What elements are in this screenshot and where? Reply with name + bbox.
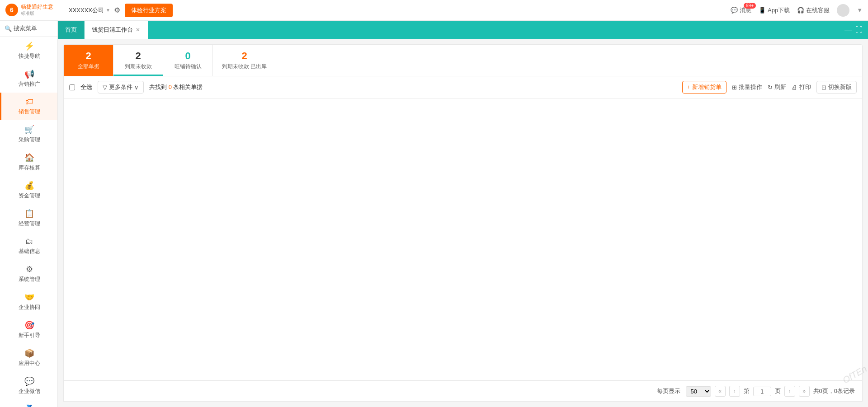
online-service-item[interactable]: 🎧 在线客服 xyxy=(797,6,830,14)
refresh-icon: ↻ xyxy=(768,84,773,91)
select-all-checkbox[interactable] xyxy=(69,84,75,90)
per-page-select[interactable]: 50 100 200 xyxy=(686,386,711,397)
page-number-input[interactable] xyxy=(753,387,771,396)
found-suffix: 条相关单据 xyxy=(173,84,203,90)
prev-page-button[interactable]: ‹ xyxy=(729,386,740,397)
top-header: 6 畅捷通好生意 标准版 XXXXXX公司 ▼ ⚙ 体验行业方案 💬 消息 99… xyxy=(0,0,868,21)
sidebar-item-wechat[interactable]: 💬 企业微信 xyxy=(0,372,57,400)
batch-button[interactable]: ⊞ 批量操作 xyxy=(732,83,762,91)
sidebar-label-wechat: 企业微信 xyxy=(19,388,40,395)
enterprise-icon: 🤝 xyxy=(24,292,34,302)
trial-button[interactable]: 体验行业方案 xyxy=(125,4,173,17)
marketing-icon: 📢 xyxy=(24,69,34,79)
sidebar-label-quick-nav: 快捷导航 xyxy=(19,52,40,60)
avatar[interactable] xyxy=(837,4,849,17)
sidebar-label-app-center: 应用中心 xyxy=(19,360,40,367)
sidebar-item-basic-info[interactable]: 🗂 基础信息 xyxy=(0,232,57,260)
company-dropdown-arrow: ▼ xyxy=(106,8,110,13)
tab-maximize-icon[interactable]: ⛶ xyxy=(855,26,863,34)
online-service-label: 在线客服 xyxy=(806,6,830,14)
stat-tab-all[interactable]: 2 全部单据 xyxy=(64,45,113,76)
batch-label: 批量操作 xyxy=(739,83,762,91)
found-count: 0 xyxy=(169,84,172,90)
service-icon: 🎧 xyxy=(797,7,804,14)
sidebar-item-sales[interactable]: 🏷 销售管理 xyxy=(0,93,57,120)
logo-icon: 6 xyxy=(5,4,18,16)
refresh-label: 刷新 xyxy=(774,83,786,91)
add-order-button[interactable]: + 新增销货单 xyxy=(682,81,726,94)
sidebar-item-guide[interactable]: 🎯 新手引导 xyxy=(0,316,57,344)
sidebar-label-enterprise: 企业协同 xyxy=(19,304,40,311)
tab-home[interactable]: 首页 xyxy=(58,21,85,39)
guide-icon: 🎯 xyxy=(24,320,34,330)
switch-version-button[interactable]: ⊡ 切换新版 xyxy=(816,81,857,94)
last-page-button[interactable]: » xyxy=(799,386,810,397)
select-all-label: 全选 xyxy=(80,83,92,91)
page-label-2: 页 xyxy=(775,387,781,395)
messages-item[interactable]: 💬 消息 99+ xyxy=(731,6,751,14)
stats-tabs: 2 全部单据 2 到期未收款 0 旺铺待确认 2 到期未收款 已出库 xyxy=(63,44,863,76)
sidebar-label-guide: 新手引导 xyxy=(19,332,40,339)
batch-icon: ⊞ xyxy=(732,84,737,91)
company-selector[interactable]: XXXXXX公司 ▼ xyxy=(69,6,110,14)
found-info: 共找到 0 条相关单据 xyxy=(149,83,203,91)
messages-badge: 99+ xyxy=(744,3,756,9)
tab-workbench-label: 钱货日清工作台 xyxy=(92,26,133,34)
print-label: 打印 xyxy=(799,83,811,91)
sidebar-item-system[interactable]: ⚙ 系统管理 xyxy=(0,260,57,288)
user-name-item[interactable]: ▼ xyxy=(857,7,863,14)
sidebar-item-finance[interactable]: 💰 资金管理 xyxy=(0,176,57,204)
basic-info-icon: 🗂 xyxy=(25,237,33,246)
sidebar-item-member[interactable]: 🏅 畅会员 xyxy=(0,400,57,407)
sidebar: 🔍 搜索菜单 ⚡ 快捷导航 📢 营销推广 🏷 销售管理 🛒 采购管理 🏠 库存核… xyxy=(0,21,58,407)
sidebar-item-operation[interactable]: 📋 经营管理 xyxy=(0,204,57,232)
page-label: 第 xyxy=(744,387,750,395)
stat-label-overdue-shipped: 到期未收款 已出库 xyxy=(222,63,267,70)
page-body: 2 全部单据 2 到期未收款 0 旺铺待确认 2 到期未收款 已出库 全选 ▽ xyxy=(58,39,868,407)
tab-minimize-icon[interactable]: — xyxy=(844,26,852,34)
stat-underline-overdue xyxy=(113,75,163,76)
sidebar-item-marketing[interactable]: 📢 营销推广 xyxy=(0,65,57,93)
filter-button[interactable]: ▽ 更多条件 ∨ xyxy=(98,81,144,94)
sidebar-item-purchase[interactable]: 🛒 采购管理 xyxy=(0,120,57,148)
stat-label-pending: 旺铺待确认 xyxy=(172,63,203,70)
next-page-button[interactable]: › xyxy=(784,386,795,397)
stat-tab-overdue[interactable]: 2 到期未收款 xyxy=(113,45,163,76)
sales-icon: 🏷 xyxy=(25,97,33,107)
tab-workbench[interactable]: 钱货日清工作台 ✕ xyxy=(85,21,148,39)
print-button[interactable]: 🖨 打印 xyxy=(792,83,811,91)
stat-tab-overdue-shipped[interactable]: 2 到期未收款 已出库 xyxy=(213,45,276,76)
header-right: 💬 消息 99+ 📱 App下载 🎧 在线客服 ▼ xyxy=(731,4,863,17)
purchase-icon: 🛒 xyxy=(24,125,34,135)
app-download-item[interactable]: 📱 App下载 xyxy=(759,6,790,14)
toolbar-right: + 新增销货单 ⊞ 批量操作 ↻ 刷新 🖨 打印 ⊡ 切换新版 xyxy=(682,81,857,94)
sidebar-label-marketing: 营销推广 xyxy=(19,80,40,88)
sidebar-item-app-center[interactable]: 📦 应用中心 xyxy=(0,344,57,372)
member-icon: 🏅 xyxy=(24,404,34,407)
stat-num-overdue: 2 xyxy=(123,50,154,62)
filter-arrow-icon: ∨ xyxy=(134,84,139,91)
sidebar-item-enterprise[interactable]: 🤝 企业协同 xyxy=(0,288,57,316)
stat-tab-pending[interactable]: 0 旺铺待确认 xyxy=(163,45,213,76)
switch-label: 切换新版 xyxy=(828,83,852,91)
stat-label-overdue: 到期未收款 xyxy=(123,63,154,70)
operation-icon: 📋 xyxy=(24,209,34,219)
sidebar-search[interactable]: 🔍 搜索菜单 xyxy=(0,21,57,37)
pagination-bar: 每页显示 50 100 200 « ‹ 第 页 › » 共0页，0条记录 xyxy=(63,381,863,402)
sidebar-search-label: 搜索菜单 xyxy=(14,24,37,33)
sidebar-item-inventory[interactable]: 🏠 库存核算 xyxy=(0,148,57,176)
system-icon: ⚙ xyxy=(26,264,33,274)
refresh-button[interactable]: ↻ 刷新 xyxy=(768,83,786,91)
first-page-button[interactable]: « xyxy=(715,386,726,397)
settings-icon[interactable]: ⚙ xyxy=(114,6,120,14)
search-icon: 🔍 xyxy=(5,25,12,32)
sidebar-label-sales: 销售管理 xyxy=(19,108,40,116)
quick-nav-icon: ⚡ xyxy=(24,41,34,51)
table-area xyxy=(63,98,863,381)
company-name: XXXXXX公司 xyxy=(69,6,104,14)
stat-num-all: 2 xyxy=(73,50,104,62)
sidebar-item-quick-nav[interactable]: ⚡ 快捷导航 xyxy=(0,37,57,65)
finance-icon: 💰 xyxy=(24,181,34,191)
filter-icon: ▽ xyxy=(103,84,107,91)
tab-close-icon[interactable]: ✕ xyxy=(136,27,140,33)
